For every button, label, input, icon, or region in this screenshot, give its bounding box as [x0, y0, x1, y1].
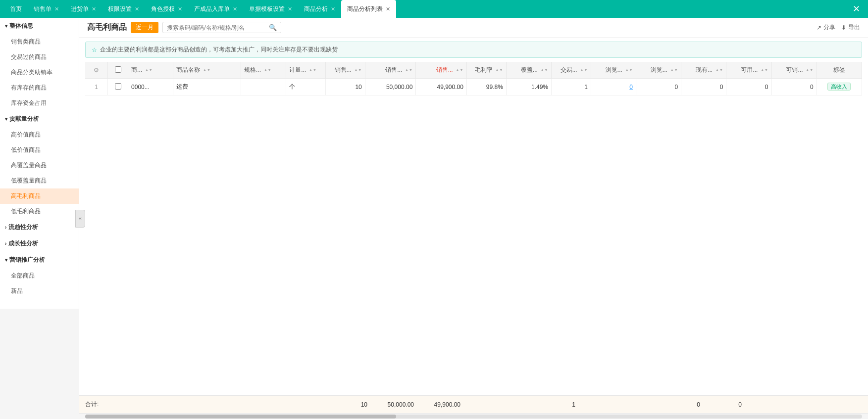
page-title: 高毛利商品 — [87, 22, 127, 33]
sidebar-group-overall[interactable]: ▾ 整体信息 — [0, 18, 79, 34]
col-header-tag: 标签 — [817, 62, 862, 79]
search-box: 🔍 — [162, 22, 281, 33]
nav-item-analysis[interactable]: 商品分析 ✕ — [298, 0, 341, 18]
tip-icon: ☆ — [92, 47, 97, 53]
col-header-sale-amt[interactable]: 销售... ▲▼ — [365, 62, 416, 79]
nav-item-analysis-list[interactable]: 商品分析列表 ✕ — [341, 0, 396, 18]
sidebar-item-low-coverage[interactable]: 低覆盖量商品 — [0, 173, 79, 188]
row-sale-amt-1: 50,000.00 — [365, 79, 416, 95]
col-header-saleable[interactable]: 可销... ▲▼ — [771, 62, 817, 79]
sort-stock-icon[interactable]: ▲▼ — [715, 68, 723, 72]
sort-saleable-icon[interactable]: ▲▼ — [806, 68, 814, 72]
col-header-sale-profit[interactable]: 销售... ▲▼ — [416, 62, 467, 79]
close-analysis-list-icon[interactable]: ✕ — [386, 6, 390, 12]
select-all-checkbox[interactable] — [115, 66, 121, 73]
sort-browse1-icon[interactable]: ▲▼ — [625, 68, 633, 72]
nav-item-role[interactable]: 角色授权 ✕ — [145, 0, 188, 18]
row-tag-1[interactable]: 高收入 — [817, 79, 862, 95]
scrollbar-thumb[interactable] — [85, 415, 396, 419]
sort-spec-icon[interactable]: ▲▼ — [263, 68, 271, 72]
sort-trade-icon[interactable]: ▲▼ — [580, 68, 588, 72]
collapse-contribution-icon: ▾ — [5, 116, 7, 122]
col-header-name[interactable]: 商品名称 ▲▼ — [173, 62, 241, 79]
filter-recent-month-button[interactable]: 近一月 — [131, 22, 158, 33]
col-header-stock[interactable]: 现有... ▲▼ — [681, 62, 726, 79]
sidebar-item-high-value[interactable]: 高价值商品 — [0, 127, 79, 142]
sort-saleqty-icon[interactable]: ▲▼ — [354, 68, 362, 72]
nav-item-sales[interactable]: 销售单 ✕ — [28, 0, 65, 18]
sidebar-item-low-value[interactable]: 低价值商品 — [0, 142, 79, 158]
sidebar-item-traded-goods[interactable]: 交易过的商品 — [0, 49, 79, 65]
close-inbound-icon[interactable]: ✕ — [233, 6, 237, 12]
col-header-rownum: ⚙ — [85, 62, 108, 79]
nav-item-purchase[interactable]: 进货单 ✕ — [65, 0, 102, 18]
collapse-flow-icon: › — [5, 225, 6, 230]
row-margin-rate-1: 99.8% — [466, 79, 506, 95]
sort-name-icon[interactable]: ▲▼ — [203, 68, 211, 72]
sort-profit-icon[interactable]: ▲▼ — [456, 68, 463, 72]
footer-avail: 0 — [702, 401, 742, 408]
col-header-margin-rate[interactable]: 毛利率 ▲▼ — [466, 62, 506, 79]
row-spec-1 — [241, 79, 286, 95]
close-purchase-icon[interactable]: ✕ — [92, 6, 96, 12]
close-sales-icon[interactable]: ✕ — [54, 6, 59, 12]
col-header-browse1[interactable]: 浏览... ▲▼ — [591, 62, 636, 79]
sort-saleamt-icon[interactable]: ▲▼ — [405, 68, 412, 72]
sort-coverage-icon[interactable]: ▲▼ — [540, 68, 548, 72]
col-header-browse2[interactable]: 浏览... ▲▼ — [636, 62, 681, 79]
row-checkbox-1[interactable] — [115, 83, 121, 90]
sidebar-group-contribution[interactable]: ▾ 贡献量分析 — [0, 111, 79, 127]
row-browse1-1[interactable]: 0 — [591, 79, 636, 95]
gear-icon[interactable]: ⚙ — [94, 67, 99, 74]
nav-item-inbound[interactable]: 产成品入库单 ✕ — [188, 0, 243, 18]
window-close-icon[interactable]: ✕ — [849, 3, 864, 14]
nav-item-permission[interactable]: 权限设置 ✕ — [102, 0, 145, 18]
sidebar-item-sales-goods[interactable]: 销售类商品 — [0, 34, 79, 49]
table-container[interactable]: ⚙ 商... ▲▼ 商品名称 ▲▼ — [85, 62, 862, 395]
sidebar-group-flow[interactable]: › 流趋性分析 — [0, 219, 79, 235]
close-template-icon[interactable]: ✕ — [288, 6, 292, 12]
footer-stock: 0 — [661, 401, 700, 408]
close-role-icon[interactable]: ✕ — [178, 6, 182, 12]
sidebar-group-growth[interactable]: › 成长性分析 — [0, 235, 79, 252]
col-header-code[interactable]: 商... ▲▼ — [128, 62, 173, 79]
browse1-link-1[interactable]: 0 — [629, 84, 633, 91]
footer-summary: 合计: 10 50,000.00 49,900.00 1 0 0 — [79, 395, 868, 413]
sidebar-item-high-margin[interactable]: 高毛利商品 — [0, 188, 79, 204]
col-header-avail[interactable]: 可用... ▲▼ — [726, 62, 771, 79]
sort-margin-icon[interactable]: ▲▼ — [495, 68, 503, 72]
close-permission-icon[interactable]: ✕ — [135, 6, 139, 12]
nav-item-template[interactable]: 单据模板设置 ✕ — [243, 0, 298, 18]
col-header-trade[interactable]: 交易... ▲▼ — [552, 62, 591, 79]
row-check-1[interactable] — [108, 79, 128, 95]
nav-item-home[interactable]: 首页 — [4, 0, 28, 18]
table-scroll-bar[interactable] — [79, 413, 868, 419]
share-button[interactable]: ↗ 分享 — [817, 23, 835, 32]
col-header-sale-qty[interactable]: 销售... ▲▼ — [325, 62, 365, 79]
col-header-spec[interactable]: 规格... ▲▼ — [241, 62, 286, 79]
sort-avail-icon[interactable]: ▲▼ — [761, 68, 768, 72]
sidebar-item-category-rate[interactable]: 商品分类助销率 — [0, 65, 79, 80]
sidebar-item-all-goods[interactable]: 全部商品 — [0, 268, 79, 283]
export-button[interactable]: ⬇ 导出 — [841, 23, 860, 32]
sidebar-item-low-margin[interactable]: 低毛利商品 — [0, 204, 79, 219]
close-analysis-icon[interactable]: ✕ — [331, 6, 335, 12]
scrollbar-track[interactable] — [85, 415, 862, 419]
footer-sale-amt: 50,000.00 — [369, 401, 414, 408]
search-input[interactable] — [167, 24, 267, 31]
search-icon: 🔍 — [269, 24, 277, 31]
footer-sale-qty: 10 — [328, 401, 367, 408]
sort-code-icon[interactable]: ▲▼ — [145, 68, 153, 72]
col-header-unit[interactable]: 计量... ▲▼ — [286, 62, 326, 79]
sort-unit-icon[interactable]: ▲▼ — [309, 68, 317, 72]
row-code-1: 0000... — [128, 79, 173, 95]
sidebar-item-new-goods[interactable]: 新品 — [0, 283, 79, 299]
sidebar-item-in-stock[interactable]: 有库存的商品 — [0, 80, 79, 95]
row-num-1: 1 — [85, 79, 108, 95]
sidebar-group-marketing[interactable]: ▾ 营销推广分析 — [0, 252, 79, 268]
sort-browse2-icon[interactable]: ▲▼ — [670, 68, 678, 72]
col-header-coverage[interactable]: 覆盖... ▲▼ — [506, 62, 551, 79]
sidebar-item-high-coverage[interactable]: 高覆盖量商品 — [0, 158, 79, 173]
sidebar-item-stock-fund[interactable]: 库存资金占用 — [0, 95, 79, 111]
sidebar-collapse-button[interactable]: « — [75, 210, 85, 228]
